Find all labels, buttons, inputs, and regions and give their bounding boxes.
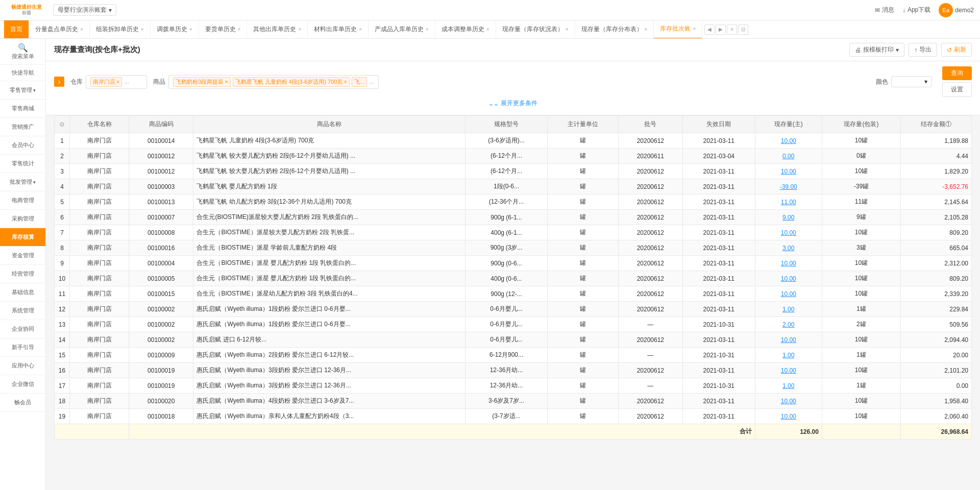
cell-qty-main[interactable]: 1.00: [755, 378, 822, 394]
cell-qty-main[interactable]: 10.00: [755, 409, 822, 424]
sidebar-item-enterprise[interactable]: 企业协同: [0, 320, 45, 338]
cell-qty-main[interactable]: 11.00: [755, 194, 822, 210]
cell-qty-main[interactable]: 10.00: [755, 133, 822, 149]
sidebar-item-system[interactable]: 系统管理: [0, 302, 45, 320]
tab-other-out[interactable]: 其他出库单历史 ×: [247, 20, 308, 39]
tab-material-out[interactable]: 材料出库单历史 ×: [308, 20, 369, 39]
sidebar-item-retail[interactable]: 零售管理 ▾: [0, 81, 45, 100]
app-download-btn[interactable]: ↓ App下载: [902, 6, 930, 14]
tab-material-out-close[interactable]: ×: [359, 27, 362, 32]
cell-qty-main[interactable]: 1.00: [755, 348, 822, 363]
cell-qty-main[interactable]: 1.00: [755, 302, 822, 317]
cell-qty-main[interactable]: 10.00: [755, 363, 822, 378]
cell-qty-main[interactable]: 0.00: [755, 149, 822, 164]
sidebar-wholesale-label: 批发管理: [10, 178, 32, 186]
cell-qty-main[interactable]: 2.00: [755, 317, 822, 332]
sidebar-item-marketing[interactable]: 营销推广: [0, 118, 45, 136]
cell-qty-main[interactable]: 10.00: [755, 286, 822, 302]
tab-stock-dist-close[interactable]: ×: [645, 27, 648, 32]
nav-right-btn[interactable]: ▶: [716, 24, 726, 35]
sidebar-item-retail-shop[interactable]: 零售商城: [0, 100, 45, 118]
tab-batch-ledger[interactable]: 库存批次账 ×: [654, 20, 702, 39]
nav-close-btn[interactable]: ×: [727, 24, 737, 35]
message-icon: ✉: [875, 7, 880, 14]
cell-qty-main[interactable]: 9.00: [755, 210, 822, 225]
nav-left-btn[interactable]: ◀: [704, 24, 715, 35]
sidebar-ecommerce-label: 电商管理: [12, 197, 34, 203]
sidebar-item-finance[interactable]: 资金管理: [0, 247, 45, 265]
settings-icon[interactable]: ⚙: [59, 121, 65, 128]
nav-expand-btn[interactable]: ⊡: [738, 24, 748, 35]
cell-batch: 20200612: [618, 194, 682, 210]
cell-qty-main[interactable]: 10.00: [755, 394, 822, 409]
goods-tag-0-close[interactable]: ×: [225, 79, 228, 85]
expand-filter-btn[interactable]: ›: [54, 77, 64, 87]
tab-stock-dist[interactable]: 现存量（库存分布表） ×: [575, 20, 654, 39]
color-dropdown[interactable]: ▾: [891, 76, 932, 87]
tab-mix-close[interactable]: ×: [189, 27, 192, 32]
tab-order-close[interactable]: ×: [238, 27, 241, 32]
tab-order[interactable]: 要货单历史 ×: [199, 20, 248, 39]
tab-product-in[interactable]: 产成品入库单历史 ×: [369, 20, 435, 39]
sidebar-item-guide[interactable]: 新手引导: [0, 338, 45, 357]
tab-stock-status[interactable]: 现存量（库存状况表） ×: [496, 20, 575, 39]
sidebar-item-member[interactable]: 会员中心: [0, 136, 45, 155]
sidebar-item-inventory[interactable]: 库存核算: [0, 228, 45, 247]
goods-tag-1-close[interactable]: ×: [344, 79, 347, 85]
cell-unit: 罐: [547, 210, 618, 225]
sidebar-item-quick-nav[interactable]: 快捷导航: [0, 65, 45, 81]
tab-product-in-close[interactable]: ×: [426, 27, 429, 32]
tab-mix[interactable]: 调拨单历史 ×: [151, 20, 199, 39]
goods-dots[interactable]: ...: [369, 78, 374, 85]
expand-more-row[interactable]: ⌄⌄ 展开更多条件: [54, 97, 972, 110]
sidebar-item-operations[interactable]: 经营管理: [0, 265, 45, 283]
tab-home[interactable]: 首页: [4, 20, 29, 39]
sidebar-item-purchase[interactable]: 采购管理: [0, 210, 45, 228]
cell-qty-main[interactable]: -39.00: [755, 179, 822, 194]
sidebar-item-search[interactable]: 🔍 搜索菜单: [0, 39, 45, 65]
warehouse-tag-box[interactable]: 南岸门店 × ...: [86, 75, 147, 89]
user-avatar-area[interactable]: Ea demo2: [939, 3, 974, 17]
cell-qty-main[interactable]: 10.00: [755, 256, 822, 271]
tab-other-out-close[interactable]: ×: [298, 27, 301, 32]
tab-cost-adj[interactable]: 成本调整单历史 ×: [435, 20, 496, 39]
warehouse-tag-close[interactable]: ×: [116, 79, 119, 85]
cell-spec: (6-12个月...: [465, 149, 548, 164]
settings-button[interactable]: 设置: [942, 82, 972, 97]
cell-unit: 罐: [547, 302, 618, 317]
tab-split-close[interactable]: ×: [80, 27, 83, 32]
account-selector[interactable]: 母婴行业演示账套 ▾: [53, 4, 116, 16]
goods-tag-box[interactable]: 飞鹤奶粉3段两提装 × 飞鹤星飞帆 儿童奶粉 4段(3-6岁适用) 700克 ×…: [168, 75, 379, 89]
tab-batch-ledger-close[interactable]: ×: [693, 26, 696, 32]
sidebar-item-apps[interactable]: 应用中心: [0, 357, 45, 375]
cell-spec: 900g (6-1...: [465, 210, 548, 225]
total-row: 合计 126.00 26,968.64: [55, 424, 972, 439]
tab-disassemble-close[interactable]: ×: [141, 27, 144, 32]
sidebar-item-retail-stats[interactable]: 零售统计: [0, 155, 45, 173]
warehouse-dots[interactable]: ...: [124, 78, 129, 85]
export-button[interactable]: ↑ 导出: [909, 43, 937, 57]
print-button[interactable]: 🖨 按模板打印 ▾: [849, 43, 904, 57]
tab-disassemble[interactable]: 组装拆卸单历史 ×: [90, 20, 151, 39]
cell-qty-main[interactable]: 10.00: [755, 332, 822, 348]
cell-batch: 20200612: [618, 363, 682, 378]
query-button[interactable]: 查询: [942, 66, 972, 80]
cell-qty-main[interactable]: 10.00: [755, 225, 822, 240]
sidebar-item-member2[interactable]: 畅会员: [0, 394, 45, 412]
sidebar-item-basic[interactable]: 基础信息: [0, 283, 45, 302]
cell-amount: -3,652.76: [901, 179, 972, 194]
message-btn[interactable]: ✉ 消息: [875, 6, 894, 14]
sidebar-item-ecommerce[interactable]: 电商管理: [0, 191, 45, 210]
sidebar-system-label: 系统管理: [12, 307, 34, 313]
tab-split[interactable]: 分量盘点单历史 ×: [29, 20, 90, 39]
export-label: 导出: [919, 45, 932, 54]
tab-cost-adj-close[interactable]: ×: [486, 27, 489, 32]
cell-qty-main[interactable]: 10.00: [755, 271, 822, 286]
cell-qty-main[interactable]: 3.00: [755, 240, 822, 256]
tab-stock-status-close[interactable]: ×: [566, 27, 569, 32]
cell-amount: 1,958.40: [901, 394, 972, 409]
sidebar-item-wholesale[interactable]: 批发管理 ▾: [0, 173, 45, 191]
cell-qty-main[interactable]: 10.00: [755, 164, 822, 179]
refresh-button[interactable]: ↺ 刷新: [941, 43, 972, 57]
sidebar-item-wechat[interactable]: 企业微信: [0, 375, 45, 394]
